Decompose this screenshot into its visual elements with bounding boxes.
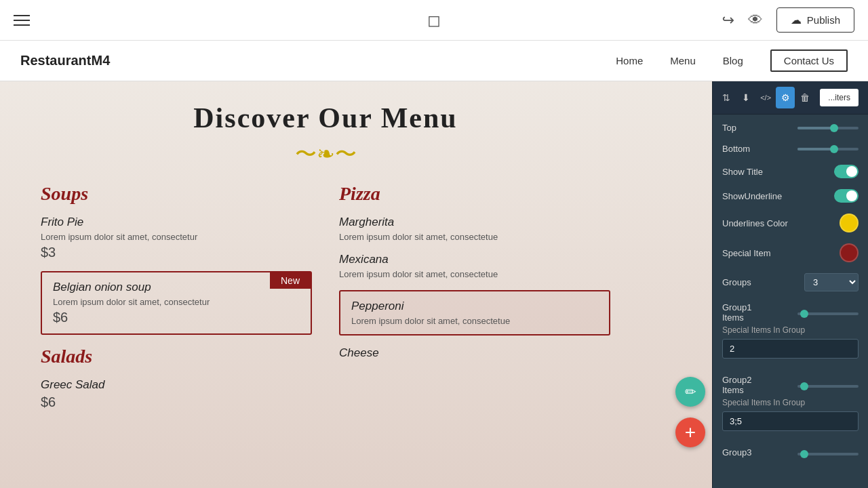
toolbar-right: ↩ 👁 ☁ Publish	[722, 7, 854, 33]
publish-label: Publish	[807, 14, 840, 26]
phone-icon[interactable]: ◻	[427, 11, 441, 29]
underlines-color-label: Underlines Color	[722, 218, 788, 228]
group1-section: Group1Items Special Items In Group	[722, 302, 859, 367]
show-underline-row: ShowUnderline	[722, 189, 859, 203]
site-logo: RestaurantM4	[20, 53, 110, 68]
group1-label: Group1Items	[722, 302, 751, 323]
item-name: Belgian onion soup	[53, 281, 300, 294]
menu-item-pepperoni: Pepperoni Lorem ipsum dolor sit amet, co…	[339, 290, 610, 336]
main-content: Discover Our Menu 〜❧〜 Soups Frito Pie Lo…	[0, 81, 868, 488]
group2-special-input[interactable]	[722, 411, 859, 431]
bottom-label: Bottom	[722, 144, 750, 154]
move-icon[interactable]: ⇅	[717, 87, 736, 108]
show-underline-toggle[interactable]	[834, 189, 859, 203]
pencil-icon: ✏	[685, 384, 696, 400]
soups-title: Soups	[41, 183, 312, 205]
toolbar-left	[14, 15, 30, 26]
code-icon[interactable]: </>	[756, 87, 776, 108]
group2-special-label: Special Items In Group	[722, 398, 859, 407]
group3-label: Group3	[722, 447, 751, 458]
publish-cloud-icon: ☁	[791, 14, 802, 26]
item-desc: Lorem ipsum dolor sit amet, consectetue	[351, 316, 598, 326]
menu-item-belgian: New Belgian onion soup Lorem ipsum dolor…	[41, 271, 312, 335]
bottom-slider[interactable]	[797, 148, 859, 150]
gear-icon[interactable]: ⚙	[776, 87, 795, 108]
settings-panel: ⇅ ⬇ </> ⚙ 🗑 ...iters Top Bottom	[712, 81, 868, 488]
item-name: Frito Pie	[41, 216, 312, 229]
show-underline-label: ShowUnderline	[722, 191, 782, 201]
undo-icon[interactable]: ↩	[722, 12, 734, 29]
panel-body: Top Bottom Show Title	[713, 115, 868, 471]
panel-toolbar: ⇅ ⬇ </> ⚙ 🗑 ...iters	[713, 81, 868, 115]
trash-icon[interactable]: 🗑	[795, 87, 814, 108]
show-title-row: Show Title	[722, 165, 859, 178]
group1-special-label: Special Items In Group	[722, 325, 859, 335]
menu-item-margherita: Margherita Lorem ipsum dolor sit amet, c…	[339, 216, 610, 242]
item-name: Pepperoni	[351, 300, 598, 313]
group2-label: Group2Items	[722, 375, 751, 395]
site-header: RestaurantM4 Home Menu Blog Contact Us	[0, 41, 868, 81]
group3-section: Group3	[722, 447, 859, 458]
show-title-label: Show Title	[722, 167, 763, 177]
fab-add-button[interactable]: +	[675, 418, 705, 447]
top-toolbar: ◻ ↩ 👁 ☁ Publish	[0, 0, 868, 41]
pizza-title: Pizza	[339, 183, 610, 205]
new-badge: New	[270, 272, 311, 289]
item-price: $6	[41, 394, 312, 410]
group1-slider[interactable]	[797, 312, 859, 315]
bottom-row: Bottom	[722, 144, 859, 154]
item-desc: Lorem ipsum dolor sit amet, consectetur	[53, 297, 300, 307]
menu-item-mexicana: Mexicana Lorem ipsum dolor sit amet, con…	[339, 253, 610, 279]
groups-select[interactable]: 3 1 2 4 5	[804, 273, 859, 291]
item-name: Cheese	[339, 346, 610, 360]
underlines-color-picker[interactable]	[840, 214, 859, 232]
salads-title: Salads	[41, 346, 312, 367]
fab-edit-button[interactable]: ✏	[675, 377, 705, 407]
special-item-color-picker[interactable]	[840, 243, 859, 262]
content-area: Discover Our Menu 〜❧〜 Soups Frito Pie Lo…	[0, 81, 651, 434]
special-item-row: Special Item	[722, 243, 859, 262]
item-name: Greec Salad	[41, 378, 312, 392]
item-name: Margherita	[339, 216, 610, 229]
menu-divider: 〜❧〜	[41, 140, 610, 169]
toolbar-center: ◻	[427, 11, 441, 30]
underlines-color-row: Underlines Color	[722, 214, 859, 232]
params-label: ...iters	[828, 93, 850, 102]
params-button[interactable]: ...iters	[820, 89, 859, 106]
item-price: $3	[41, 245, 312, 260]
group3-slider[interactable]	[797, 453, 859, 455]
publish-button[interactable]: ☁ Publish	[776, 7, 854, 33]
group1-special-input[interactable]	[722, 339, 859, 359]
groups-label: Groups	[722, 277, 751, 287]
item-desc: Lorem ipsum dolor sit amet, consectetue	[339, 232, 610, 242]
top-slider[interactable]	[797, 127, 859, 129]
menu-item-frito-pie: Frito Pie Lorem ipsum dolor sit amet, co…	[41, 216, 312, 260]
hamburger-icon[interactable]	[14, 15, 30, 26]
groups-row: Groups 3 1 2 4 5	[722, 273, 859, 291]
nav-blog[interactable]: Blog	[723, 55, 743, 66]
left-column: Soups Frito Pie Lorem ipsum dolor sit am…	[41, 183, 312, 421]
show-title-toggle[interactable]	[834, 165, 859, 178]
nav-home[interactable]: Home	[616, 55, 643, 66]
nav-menu[interactable]: Menu	[670, 55, 696, 66]
special-item-label: Special Item	[722, 248, 771, 258]
item-name: Mexicana	[339, 253, 610, 266]
plus-icon: +	[685, 422, 696, 443]
menu-title: Discover Our Menu	[41, 102, 610, 134]
top-row: Top	[722, 123, 859, 133]
nav-contact[interactable]: Contact Us	[770, 49, 848, 72]
item-desc: Lorem ipsum dolor sit amet, consectetue	[339, 269, 610, 279]
site-nav: Home Menu Blog Contact Us	[616, 49, 848, 72]
group2-section: Group2Items Special Items In Group	[722, 375, 859, 439]
item-desc: Lorem ipsum dolor sit amet, consectetur	[41, 232, 312, 242]
top-label: Top	[722, 123, 736, 133]
menu-item-greec: Greec Salad $6	[41, 378, 312, 410]
item-price: $6	[53, 310, 300, 325]
download-icon[interactable]: ⬇	[736, 87, 756, 108]
group2-slider[interactable]	[797, 385, 859, 388]
menu-columns: Soups Frito Pie Lorem ipsum dolor sit am…	[41, 183, 610, 421]
eye-icon[interactable]: 👁	[748, 12, 763, 29]
right-column: Pizza Margherita Lorem ipsum dolor sit a…	[339, 183, 610, 421]
menu-item-cheese: Cheese	[339, 346, 610, 360]
